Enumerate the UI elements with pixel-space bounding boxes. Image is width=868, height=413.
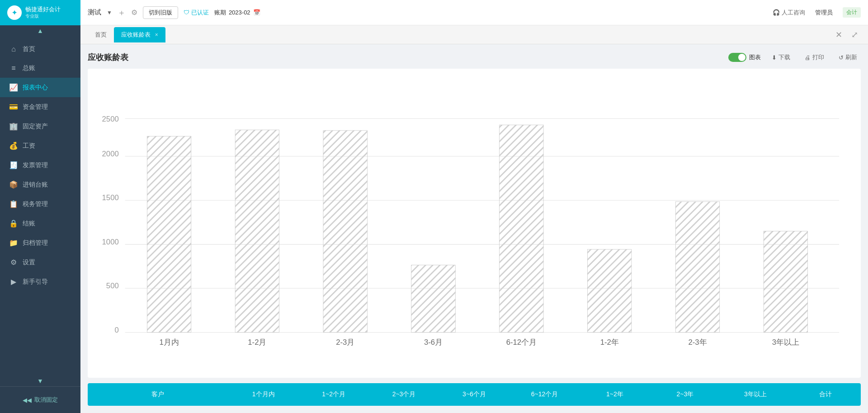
user-role-badge[interactable]: 会计 — [843, 7, 861, 18]
svg-text:0: 0 — [114, 326, 118, 334]
refresh-label: 刷新 — [845, 53, 857, 61]
data-table: 客户 1个月内 1~2个月 2~3个月 3~6个月 6~12个月 1~2年 2~… — [88, 383, 861, 406]
chart-toggle-label: 图表 — [749, 53, 761, 61]
page-title: 应收账龄表 — [88, 52, 128, 63]
ledger-icon: ≡ — [9, 64, 18, 72]
svg-text:2500: 2500 — [102, 115, 119, 123]
scroll-up-icon[interactable]: ▲ — [37, 27, 43, 34]
col-header-3year-plus: 3年以上 — [720, 383, 790, 406]
cancel-fixed-label: 取消固定 — [34, 396, 58, 404]
expand-tab-button[interactable]: ⤢ — [849, 29, 861, 41]
sidebar-item-payroll-label: 工资 — [23, 142, 35, 150]
sidebar-item-tax-label: 税务管理 — [23, 200, 48, 208]
switch-version-button[interactable]: 切到旧版 — [143, 6, 178, 19]
svg-text:1-2月: 1-2月 — [248, 338, 266, 347]
period-info: 账期 2023-02 📅 — [214, 9, 260, 17]
sidebar-item-guide[interactable]: ▶ 新手引导 — [0, 272, 80, 291]
scroll-up-btn[interactable]: ▲ — [0, 25, 80, 36]
tax-icon: 📋 — [9, 200, 18, 208]
bar-1-2月 — [235, 130, 279, 332]
col-header-total: 合计 — [791, 383, 861, 406]
refresh-icon: ↺ — [839, 54, 844, 61]
svg-text:6-12个月: 6-12个月 — [506, 338, 537, 347]
settings-icon: ⚙ — [9, 258, 18, 267]
sidebar-item-settings[interactable]: ⚙ 设置 — [0, 253, 80, 272]
logo-area: ✦ 畅捷通好会计 专业版 — [0, 0, 80, 25]
print-icon: 🖨 — [805, 54, 811, 61]
svg-text:2000: 2000 — [102, 150, 119, 158]
close-ledger-icon: 🔒 — [9, 219, 18, 228]
bar-3年以上 — [764, 231, 807, 333]
app-edition: 专业版 — [25, 13, 61, 19]
sidebar-item-assets-label: 固定资产 — [23, 122, 48, 131]
chart-toggle[interactable] — [728, 53, 746, 62]
sidebar-item-assets[interactable]: 🏢 固定资产 — [0, 117, 80, 136]
bar-6-12月 — [500, 125, 543, 332]
sidebar-item-fund[interactable]: 💳 资金管理 — [0, 97, 80, 117]
tab-home[interactable]: 首页 — [88, 27, 114, 42]
tab-receivable-aging[interactable]: 应收账龄表 × — [114, 27, 165, 42]
svg-text:1-2年: 1-2年 — [600, 338, 619, 347]
svg-text:3-6月: 3-6月 — [424, 338, 443, 347]
print-button[interactable]: 🖨 打印 — [801, 52, 828, 63]
consult-button[interactable]: 🎧 人工咨询 — [773, 9, 805, 17]
col-header-6-12month: 6~12个月 — [509, 383, 580, 406]
company-dropdown-icon[interactable]: ▼ — [107, 9, 112, 16]
svg-text:2-3月: 2-3月 — [336, 338, 354, 347]
sidebar-item-archive[interactable]: 📁 归档管理 — [0, 233, 80, 253]
report-icon: 📈 — [9, 83, 18, 92]
sidebar-bottom: ◀◀ 取消固定 — [0, 386, 80, 413]
svg-text:1500: 1500 — [102, 193, 119, 202]
calendar-icon[interactable]: 📅 — [253, 9, 260, 16]
sidebar-item-close[interactable]: 🔒 结账 — [0, 214, 80, 233]
svg-text:500: 500 — [106, 282, 119, 290]
sidebar-item-report-label: 报表中心 — [23, 84, 48, 92]
sidebar-item-settings-label: 设置 — [23, 258, 35, 267]
sidebar-item-fund-label: 资金管理 — [23, 103, 48, 111]
sidebar-item-ledger-label: 总账 — [23, 64, 35, 72]
add-company-button[interactable]: ＋ — [118, 9, 126, 17]
scroll-down-btn[interactable]: ▼ — [0, 375, 80, 386]
tab-home-label: 首页 — [95, 31, 107, 38]
sidebar-item-payroll[interactable]: 💰 工资 — [0, 136, 80, 155]
close-tab-button[interactable]: ✕ — [833, 29, 845, 41]
consult-label: 人工咨询 — [782, 9, 805, 17]
shield-icon: 🛡 — [184, 9, 189, 16]
sidebar-item-ledger[interactable]: ≡ 总账 — [0, 59, 80, 78]
sidebar-item-archive-label: 归档管理 — [23, 239, 48, 247]
col-header-2-3month: 2~3个月 — [369, 383, 439, 406]
sidebar-item-tax[interactable]: 📋 税务管理 — [0, 194, 80, 214]
sidebar-item-guide-label: 新手引导 — [23, 278, 48, 286]
certified-label: 已认证 — [191, 9, 209, 17]
page-header: 应收账龄表 图表 ⬇ 下载 🖨 打印 ↺ 刷新 — [88, 52, 861, 63]
invoice-icon: 🧾 — [9, 161, 18, 169]
sidebar-item-home[interactable]: ⌂ 首页 — [0, 40, 80, 59]
refresh-button[interactable]: ↺ 刷新 — [835, 52, 861, 63]
pin-icon: ◀◀ — [23, 397, 32, 404]
scroll-down-icon[interactable]: ▼ — [37, 377, 43, 385]
sidebar-item-invoice[interactable]: 🧾 发票管理 — [0, 155, 80, 175]
sidebar-item-inventory[interactable]: 📦 进销台账 — [0, 175, 80, 194]
sidebar-item-report[interactable]: 📈 报表中心 — [0, 78, 80, 97]
user-name[interactable]: 管理员 — [811, 7, 837, 19]
bar-2-3月 — [323, 131, 367, 333]
chart-toggle-wrap: 图表 — [728, 53, 761, 62]
home-icon: ⌂ — [9, 45, 18, 53]
svg-text:1月内: 1月内 — [159, 338, 179, 347]
bar-1月内 — [147, 136, 191, 332]
sidebar-item-home-label: 首页 — [23, 45, 35, 53]
tab-close-button[interactable]: × — [155, 32, 158, 38]
download-button[interactable]: ⬇ 下载 — [768, 52, 794, 63]
headset-icon: 🎧 — [773, 9, 780, 16]
col-header-3-6month: 3~6个月 — [439, 383, 509, 406]
bar-1-2年 — [588, 249, 632, 333]
header-settings-icon[interactable]: ⚙ — [131, 8, 137, 17]
period-label: 账期 — [214, 9, 226, 17]
sidebar-nav: ⌂ 首页 ≡ 总账 📈 报表中心 💳 资金管理 🏢 固定资产 💰 工资 🧾 发票… — [0, 36, 80, 375]
main-content: 测试 ▼ ＋ ⚙ 切到旧版 🛡 已认证 账期 2023-02 📅 🎧 人工咨询 … — [80, 0, 868, 413]
logo-icon: ✦ — [7, 5, 22, 20]
tab-receivable-aging-label: 应收账龄表 — [121, 31, 151, 38]
cancel-fixed-button[interactable]: ◀◀ 取消固定 — [0, 391, 80, 408]
col-header-1-2year: 1~2年 — [580, 383, 650, 406]
page-actions: 图表 ⬇ 下载 🖨 打印 ↺ 刷新 — [728, 52, 861, 63]
